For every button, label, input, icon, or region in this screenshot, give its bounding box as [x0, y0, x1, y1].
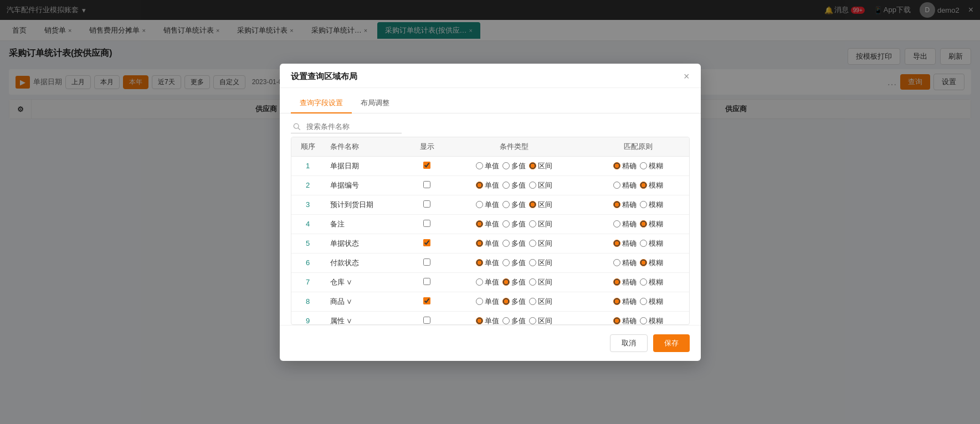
- search-input-wrap: [291, 120, 402, 126]
- settings-modal: 设置查询区域布局 × 查询字段设置 布局调整: [280, 64, 701, 126]
- search-input[interactable]: [291, 120, 402, 126]
- modal-close-button[interactable]: ×: [684, 71, 690, 81]
- modal-tab-query-fields[interactable]: 查询字段设置: [291, 94, 352, 113]
- modal-header: 设置查询区域布局 ×: [280, 64, 701, 88]
- modal-overlay: 设置查询区域布局 × 查询字段设置 布局调整: [0, 0, 980, 126]
- modal-search-area: [280, 113, 701, 126]
- modal-tab-layout[interactable]: 布局调整: [352, 94, 398, 113]
- modal-title: 设置查询区域布局: [291, 71, 357, 82]
- modal-tabs: 查询字段设置 布局调整: [280, 88, 701, 113]
